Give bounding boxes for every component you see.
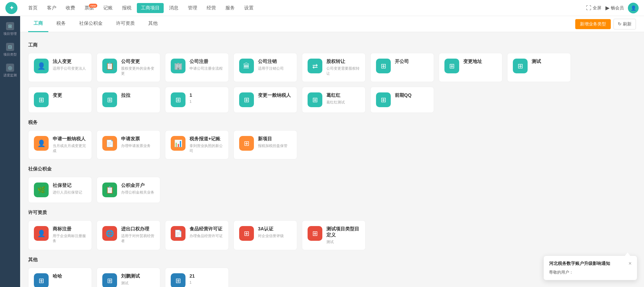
card-liupeng-test[interactable]: ⊞ 刘鹏测试 测试 [97,268,160,287]
sidebar-label-progress-monitor: 进度监测 [3,73,17,78]
card-text-company-register: 公司注册 申请公司注册全流程 [190,59,223,71]
card-tax-report-accounting[interactable]: 📊 税务报道+记账 拿到营业执照的新公司 [165,130,229,159]
nav-item-customer[interactable]: 客户 [43,3,60,13]
card-trademark[interactable]: 👤 商标注册 用于企业商标注册服务 [28,220,92,250]
card-social-register[interactable]: 🌿 社保登记 进行人员社保登记 [28,177,92,203]
card-test[interactable]: ⊞ 测试 [507,53,571,82]
sidebar-label-project-type: 项目类型 [3,52,17,57]
sub-tab-industry[interactable]: 工商 [28,16,48,32]
card-desc-apply-taxpayer: 当月或次月成变更完成 [53,143,86,154]
card-text-new-project: 新项目 报税加税控盘保管 [258,136,291,148]
card-desc-liupeng-test: 测试 [121,281,155,286]
card-desc-social-register: 进行人员社保登记 [53,190,86,195]
sidebar-item-project-type[interactable]: ⊟ 项目类型 [1,40,19,60]
sidebar-item-project-mgmt[interactable]: ⊞ 项目管理 [1,19,19,39]
member-button[interactable]: ▶ 畅会员 [605,5,624,11]
card-desc-test-type: 测试 [326,239,360,244]
card-icon-provident-fund: 📋 [102,183,117,197]
card-name-liupeng-test: 刘鹏测试 [121,273,155,279]
card-change[interactable]: ⊞ 变更 [28,87,92,113]
card-import-export[interactable]: 🌐 进出口权办理 适用于对外贸易经营者 [97,220,160,250]
card-new-project[interactable]: ⊞ 新项目 报税加税控盘保管 [233,130,297,159]
notif-header: 河北税务数字账户升级影响通知 × [549,261,632,267]
card-text-import-export: 进出口权办理 适用于对外贸易经营者 [121,226,155,244]
nav-item-service[interactable]: 服务 [221,3,239,13]
card-gehonghong[interactable]: ⊞ 葛红红 葛红红测试 [302,87,366,113]
card-twenty-one[interactable]: ⊞ 21 1 [165,268,229,287]
card-desc-trademark: 用于企业商标注册服务 [53,233,86,244]
card-name-change-taxpayer: 变更一般纳税人 [258,92,291,98]
card-name-qianqi-qq: 前期QQ [395,92,428,98]
refresh-button[interactable]: ↻刷新 [613,19,636,29]
card-legal-change[interactable]: 👤 法人变更 适用于公司变更法人 [28,53,92,82]
sub-tab-social[interactable]: 社保公积金 [74,16,108,32]
sidebar-label-project-mgmt: 项目管理 [3,31,17,36]
card-text-trademark: 商标注册 用于企业商标注册服务 [53,226,86,244]
card-equity-transfer[interactable]: ⇄ 股权转让 公司变更需要股权转让 [302,53,366,82]
card-desc-company-change: 股权变更外的业务变更 [121,66,155,76]
cards-grid-license: 👤 商标注册 用于企业商标注册服务 🌐 进出口权办理 适用于对外贸易经营者 📄 … [28,220,636,250]
card-text-social-register: 社保登记 进行人员社保登记 [53,183,86,195]
nav-item-ticket[interactable]: 票据new [80,3,98,13]
nav-item-tax[interactable]: 报税 [118,3,136,13]
card-icon-test: ⊞ [513,59,528,73]
card-change-address[interactable]: ⊞ 变更地址 [439,53,502,82]
card-apply-invoice[interactable]: 📄 申请发票 办理申请发票业务 [97,130,160,159]
nav-item-message[interactable]: 消息 [165,3,182,13]
notif-close-button[interactable]: × [629,261,632,267]
card-company-cancel[interactable]: 🏛 公司注销 适用于注销公司 [233,53,297,82]
nav-item-industry[interactable]: 工商项目 [137,3,164,13]
sub-tab-other[interactable]: 其他 [143,16,163,32]
card-desc-3a-cert: 对企业信誉评级 [258,233,291,238]
card-haha[interactable]: ⊞ 哈哈 [28,268,92,287]
top-nav: ✦ 首页客户收费票据new记账报税工商项目消息管理经营服务设置 ⛶ 全屏 ▶ 畅… [0,0,644,16]
card-icon-gehonghong: ⊞ [308,92,322,107]
nav-item-operation[interactable]: 经营 [203,3,220,13]
card-icon-apply-taxpayer: 👤 [34,136,49,151]
card-name-social-register: 社保登记 [53,183,86,189]
notif-content: 尊敬的用户： [549,269,632,275]
card-qianqi-qq[interactable]: ⊞ 前期QQ [370,87,434,113]
card-company-register[interactable]: 🏢 公司注册 申请公司注册全流程 [165,53,229,82]
avatar[interactable]: 👤 [628,3,639,13]
nav-item-management[interactable]: 管理 [184,3,201,13]
card-icon-haha: ⊞ [34,273,49,287]
card-icon-open-company: ⊞ [376,59,391,73]
nav-item-accounting[interactable]: 记账 [99,3,117,13]
card-3a-cert[interactable]: ⊞ 3A认证 对企业信誉评级 [233,220,297,250]
card-change-taxpayer[interactable]: ⊞ 变更一般纳税人 [233,87,297,113]
card-desc-food-license: 办理食品经营许可证 [190,233,223,238]
cards-grid-tax: 👤 申请一般纳税人 当月或次月成变更完成 📄 申请发票 办理申请发票业务 📊 税… [28,130,636,159]
card-provident-fund[interactable]: 📋 公积金开户 办理公积金相关业务 [97,177,160,203]
sub-tab-license[interactable]: 许可资质 [111,16,140,32]
fullscreen-button[interactable]: ⛶ 全屏 [586,5,601,11]
nav-item-home[interactable]: 首页 [24,3,42,13]
new-type-button[interactable]: 新增业务类型 [575,19,611,29]
nav-item-billing[interactable]: 收费 [62,3,79,13]
card-open-company[interactable]: ⊞ 开公司 [370,53,434,82]
card-desc-apply-invoice: 办理申请发票业务 [121,143,155,148]
card-text-lala: 拉拉 [121,92,155,100]
card-food-license[interactable]: 📄 食品经营许可证 办理食品经营许可证 [165,220,229,250]
card-text-tax-report-accounting: 税务报道+记账 拿到营业执照的新公司 [190,136,223,154]
card-apply-taxpayer[interactable]: 👤 申请一般纳税人 当月或次月成变更完成 [28,130,92,159]
tab-actions: 新增业务类型↻刷新 [575,19,636,29]
card-text-change: 变更 [53,92,86,100]
card-desc-equity-transfer: 公司变更需要股权转让 [326,66,360,76]
notif-triangle [625,253,630,256]
card-text-test: 测试 [532,59,565,66]
sub-tab-tax[interactable]: 税务 [51,16,71,32]
nav-right: ⛶ 全屏 ▶ 畅会员 👤 [586,3,639,13]
card-lala[interactable]: ⊞ 拉拉 [97,87,160,113]
card-name-change: 变更 [53,92,86,98]
card-name-provident-fund: 公积金开户 [121,183,155,189]
card-name-legal-change: 法人变更 [53,59,86,65]
sidebar-icon-project-type: ⊟ [6,43,14,51]
card-one[interactable]: ⊞ 1 1 [165,87,229,113]
card-text-company-change: 公司变更 股权变更外的业务变更 [121,59,155,76]
card-text-open-company: 开公司 [395,59,428,66]
card-test-type[interactable]: ⊞ 测试项目类型目定义 测试 [302,220,366,250]
card-company-change[interactable]: 📋 公司变更 股权变更外的业务变更 [97,53,160,82]
nav-item-settings[interactable]: 设置 [240,3,258,13]
sidebar-item-progress-monitor[interactable]: ◎ 进度监测 [1,61,19,80]
